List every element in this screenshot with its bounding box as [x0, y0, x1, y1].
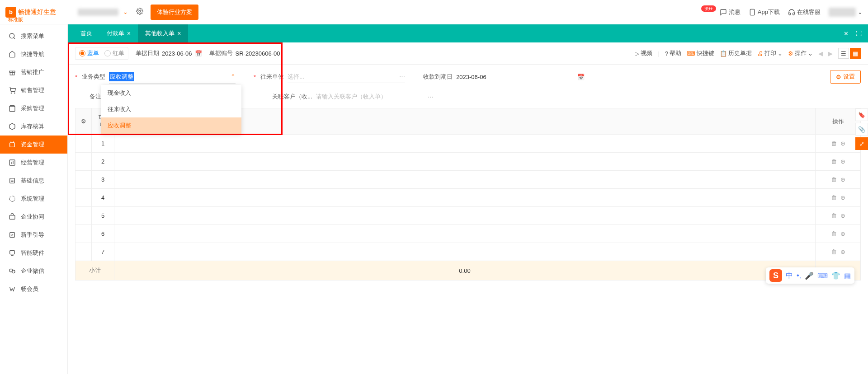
sidebar-item-basic[interactable]: 基础信息: [0, 172, 67, 190]
close-all-icon[interactable]: ✕: [842, 28, 850, 39]
expand-icon[interactable]: ⛶: [854, 28, 863, 39]
online-service-link[interactable]: 在线客服: [788, 8, 821, 16]
ime-menu-icon[interactable]: ▦: [844, 271, 851, 280]
tab-payment[interactable]: 付款单×: [99, 24, 138, 42]
delete-icon[interactable]: 🗑: [831, 230, 837, 237]
sidebar-item-wechat[interactable]: 企业微信: [0, 262, 67, 280]
sidebar-item-purchase[interactable]: 采购管理: [0, 99, 67, 117]
delete-icon[interactable]: 🗑: [831, 194, 837, 201]
print-link[interactable]: 🖨 打印 ⌄: [757, 49, 783, 57]
ime-bar[interactable]: S 中 •, 🎤 ⌨ 👕 ▦: [766, 267, 854, 284]
prev-icon[interactable]: ◀: [818, 50, 823, 57]
org-selector[interactable]: ⌄: [78, 9, 132, 16]
radio-blue[interactable]: 蓝单: [79, 49, 99, 57]
ime-punct-icon[interactable]: •,: [797, 271, 801, 280]
table-row[interactable]: 6🗑⊕: [75, 225, 861, 243]
partner-select[interactable]: 选择... ⋯: [288, 71, 405, 83]
delete-icon[interactable]: 🗑: [831, 140, 837, 147]
copy-icon[interactable]: ⊕: [840, 230, 845, 237]
subtotal-row: 小计 0.00: [75, 261, 861, 280]
table-row[interactable]: 2🗑⊕: [75, 153, 861, 171]
svg-point-20: [9, 196, 15, 201]
sidebar-item-business[interactable]: 经营管理: [0, 154, 67, 172]
sidebar-item-nav[interactable]: 快捷导航: [0, 45, 67, 63]
table-row[interactable]: 3🗑⊕: [75, 171, 861, 189]
copy-icon[interactable]: ⊕: [840, 194, 845, 201]
close-icon[interactable]: ×: [177, 30, 181, 37]
radio-red[interactable]: 红单: [104, 49, 124, 57]
system-icon: [8, 195, 16, 203]
rail-expand-icon[interactable]: ⤢: [855, 137, 868, 150]
user-menu[interactable]: ⌄: [829, 8, 863, 17]
settings-button[interactable]: ⚙ 设置: [830, 70, 861, 84]
help-link[interactable]: ? 帮助: [665, 49, 681, 57]
table-row[interactable]: 1🗑⊕: [75, 135, 861, 153]
copy-icon[interactable]: ⊕: [840, 140, 845, 147]
ime-voice-icon[interactable]: 🎤: [805, 271, 814, 280]
dropdown-item-cash[interactable]: 现金收入: [101, 85, 241, 101]
svg-line-4: [14, 37, 15, 39]
ime-skin-icon[interactable]: 👕: [831, 271, 840, 280]
ime-keyboard-icon[interactable]: ⌨: [817, 271, 828, 280]
copy-icon[interactable]: ⊕: [840, 176, 845, 183]
dropdown-item-adjust[interactable]: 应收调整: [101, 117, 241, 134]
delete-icon[interactable]: 🗑: [831, 176, 837, 183]
sidebar-item-marketing[interactable]: 营销推广: [0, 63, 67, 81]
next-icon[interactable]: ▶: [828, 50, 833, 57]
gear-icon: ⚙: [836, 74, 841, 80]
shortcut-link[interactable]: ⌨ 快捷键: [687, 49, 714, 57]
app-download-link[interactable]: App下载: [749, 8, 780, 16]
operate-link[interactable]: ⚙ 操作 ⌄: [788, 49, 813, 57]
copy-icon[interactable]: ⊕: [840, 248, 845, 255]
table-row[interactable]: 5🗑⊕: [75, 207, 861, 225]
messages-label: 消息: [729, 8, 741, 16]
close-icon[interactable]: ×: [127, 30, 131, 37]
tabs-bar: 首页 付款单× 其他收入单× ✕ ⛶: [68, 24, 868, 42]
more-icon[interactable]: ⋯: [399, 73, 405, 80]
radio-icon: [79, 50, 85, 56]
copy-icon[interactable]: ⊕: [840, 212, 845, 219]
ime-lang[interactable]: 中: [786, 271, 793, 280]
calendar-icon[interactable]: 📅: [577, 74, 585, 80]
sidebar-item-funds[interactable]: 资金管理: [0, 136, 67, 154]
dropdown-item-current[interactable]: 往来收入: [101, 101, 241, 117]
sidebar-item-system[interactable]: 系统管理: [0, 190, 67, 208]
sidebar-item-search[interactable]: 搜索菜单: [0, 27, 67, 45]
relate-customer-input[interactable]: 请输入关联客户（收入单） ⋯: [316, 91, 434, 103]
sidebar-item-guide[interactable]: 新手引导: [0, 226, 67, 244]
sidebar-item-vip[interactable]: 畅会员: [0, 280, 67, 298]
view-list-icon[interactable]: ☰: [838, 48, 849, 59]
messages-link[interactable]: 99+ 消息: [703, 8, 741, 16]
bag-icon: [8, 104, 16, 112]
tab-home[interactable]: 首页: [73, 24, 99, 42]
due-date-input[interactable]: 2023-06-06: [456, 72, 574, 82]
table-row[interactable]: 4🗑⊕: [75, 189, 861, 207]
svg-rect-21: [9, 215, 15, 220]
tab-other-income[interactable]: 其他收入单×: [138, 24, 188, 42]
bill-date-value[interactable]: 2023-06-06: [162, 50, 192, 57]
delete-icon[interactable]: 🗑: [831, 158, 837, 165]
copy-icon[interactable]: ⊕: [840, 158, 845, 165]
sidebar-item-hardware[interactable]: 智能硬件: [0, 244, 67, 262]
history-link[interactable]: 📋 历史单据: [720, 49, 752, 57]
calendar-icon[interactable]: 📅: [195, 50, 202, 57]
table-row[interactable]: 7🗑⊕: [75, 243, 861, 261]
data-table: ⚙ ⇅ *收 操作 1🗑⊕2🗑⊕3🗑⊕4🗑⊕5🗑⊕6🗑⊕7🗑⊕ 小计 0.00: [75, 108, 861, 280]
delete-icon[interactable]: 🗑: [831, 212, 837, 219]
delete-icon[interactable]: 🗑: [831, 248, 837, 255]
more-icon[interactable]: ⋯: [428, 94, 434, 100]
svg-point-26: [12, 270, 15, 273]
biz-type-select[interactable]: 应收调整 ⌃: [109, 70, 236, 84]
sidebar-item-sales[interactable]: 销售管理: [0, 81, 67, 99]
sidebar-item-inventory[interactable]: 库存核算: [0, 117, 67, 136]
sidebar: 搜索菜单 快捷导航 营销推广 销售管理 采购管理 库存核算 资金管理 经营管理 …: [0, 24, 68, 374]
video-link[interactable]: ▷ 视频: [635, 49, 652, 57]
home-icon: [8, 50, 16, 58]
gear-icon[interactable]: [132, 8, 147, 16]
col-settings[interactable]: ⚙: [75, 108, 92, 135]
rail-attach-icon[interactable]: 📎: [855, 123, 868, 136]
sidebar-item-collab[interactable]: 企业协同: [0, 208, 67, 226]
view-card-icon[interactable]: ▦: [850, 48, 861, 59]
cta-button[interactable]: 体验行业方案: [151, 5, 198, 20]
rail-tag-icon[interactable]: 🔖: [855, 108, 868, 121]
